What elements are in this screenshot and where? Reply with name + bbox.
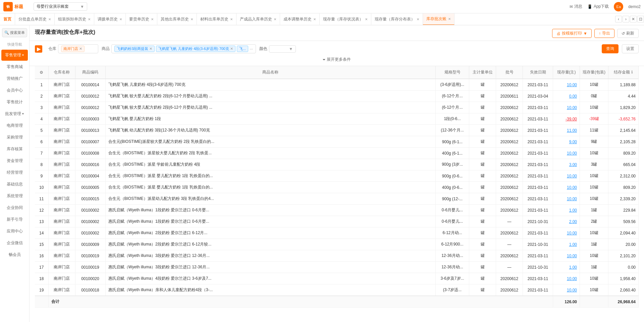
tab-要货单[interactable]: 要货单历史✕: [126, 13, 157, 25]
cell-current-main[interactable]: 10.00: [553, 273, 580, 284]
col-header-current-main: 现存量(主): [553, 66, 580, 79]
app-download-btn[interactable]: 📱 App下载: [587, 4, 609, 9]
tab-next-btn[interactable]: ›: [623, 16, 629, 22]
cell-spec: 1段(0-6...: [436, 113, 469, 125]
warehouse-filter-box[interactable]: 南岸门店 ✕: [58, 44, 98, 53]
cell-warehouse: 南岸门店: [48, 227, 75, 239]
tab-close-其他出库[interactable]: ✕: [191, 17, 193, 21]
tab-home[interactable]: 首页: [0, 13, 15, 25]
footer-label: 合计: [48, 296, 553, 308]
cell-current-main[interactable]: 10.00: [553, 250, 580, 262]
cell-current-main[interactable]: 1.00: [553, 239, 580, 250]
settings-icon[interactable]: ⚙: [40, 70, 43, 75]
cell-current-main[interactable]: 10.00: [553, 227, 580, 239]
balance-info-icon[interactable]: ℹ: [631, 70, 633, 74]
goods-filter-dots[interactable]: ···: [250, 47, 253, 51]
tab-组装拆卸[interactable]: 组装拆卸单历史✕: [55, 13, 94, 25]
tab-close-现存量状况[interactable]: ✕: [365, 17, 368, 21]
tab-close-库存批次[interactable]: ✕: [448, 17, 451, 21]
cell-name: 飞鹤星飞帆 较大婴儿配方奶粉 2段(6-12个月婴幼儿适用) ...: [105, 91, 436, 102]
tab-库存批次[interactable]: 库存批次账✕: [423, 13, 454, 25]
cell-current-main[interactable]: 9.00: [553, 136, 580, 148]
export-btn[interactable]: ↑ 导出: [594, 29, 614, 38]
tab-现存量状况[interactable]: 现存量（库存状况表）✕: [320, 13, 371, 25]
sidebar-item-应用中心[interactable]: 应用中心: [1, 226, 28, 237]
col-header-name: 商品名称: [105, 66, 436, 79]
cell-index: 4: [35, 113, 48, 125]
tab-close-分批盘点[interactable]: ✕: [48, 17, 51, 21]
warehouse-tag-close[interactable]: ✕: [79, 47, 82, 51]
settings-btn[interactable]: 设置: [622, 44, 639, 53]
tab-close-现存量分布[interactable]: ✕: [417, 17, 419, 21]
cell-current-main[interactable]: 3.00: [553, 159, 580, 170]
cell-current-main[interactable]: 10.00: [553, 284, 580, 296]
tab-调拨单[interactable]: 调拨单历史✕: [94, 13, 126, 25]
cell-expire: 2021-03-11: [523, 79, 553, 91]
message-btn[interactable]: ✉ 消息: [570, 4, 582, 9]
cell-current-main[interactable]: 0.00: [553, 91, 580, 102]
tab-其他出库[interactable]: 其他出库单历史✕: [157, 13, 197, 25]
print-btn[interactable]: 🖨 按模板打印 ▼: [552, 29, 592, 38]
tab-restore-btn[interactable]: ⊡: [637, 16, 644, 22]
filter-expand-btn[interactable]: ▶: [35, 45, 42, 53]
sidebar-item-新手引导[interactable]: 新手引导: [1, 214, 28, 225]
sidebar-item-电商管理[interactable]: 电商管理: [1, 120, 28, 131]
cell-current-main[interactable]: 11.00: [553, 125, 580, 136]
cell-current-main[interactable]: 2.00: [553, 216, 580, 227]
cell-expire: 2021-10-31: [523, 262, 553, 273]
refresh-btn[interactable]: ↺ 刷新: [617, 29, 639, 38]
tab-产成品入库[interactable]: 产成品入库单历史✕: [236, 13, 280, 25]
tab-prev-btn[interactable]: ‹: [615, 16, 622, 22]
cell-current-main[interactable]: -39.00: [553, 113, 580, 125]
tab-现存量分布[interactable]: 现存量（库存分布表）✕: [371, 13, 423, 25]
cell-current-main[interactable]: 10.00: [553, 79, 580, 91]
sidebar-item-零售管理[interactable]: 零售管理▼: [1, 50, 28, 61]
cell-expire: 2021-03-11: [523, 136, 553, 148]
expand-conditions-btn[interactable]: 展开更多条件: [323, 57, 351, 62]
cell-current-main[interactable]: 1.00: [553, 262, 580, 273]
quick-nav-label[interactable]: 快捷导航: [0, 40, 29, 49]
tab-close-材料出库[interactable]: ✕: [230, 17, 233, 21]
col-header-batch: 批号: [496, 66, 523, 79]
cell-code: 00100004: [75, 170, 105, 182]
sidebar-item-经营管理[interactable]: 经营管理: [1, 167, 28, 178]
sidebar-item-企业协同[interactable]: 企业协同: [1, 202, 28, 213]
col-header-index: ⚙: [35, 66, 48, 79]
cell-current-main[interactable]: 1.00: [553, 205, 580, 216]
query-btn[interactable]: 查询: [602, 44, 619, 53]
cell-name: 惠氏启赋（Wyeth illuma）2段奶粉 爱尔兰进口 6-12月...: [105, 227, 436, 239]
sidebar-item-批发管理[interactable]: 批发管理▼: [1, 108, 28, 119]
cell-current-main[interactable]: 10.00: [553, 193, 580, 205]
sidebar-item-营销推广[interactable]: 营销推广: [1, 73, 28, 84]
cell-current-main[interactable]: 10.00: [553, 102, 580, 113]
sidebar-item-采购管理[interactable]: 采购管理: [1, 132, 28, 143]
tab-close-组装拆卸[interactable]: ✕: [88, 17, 91, 21]
table-row: 12 南岸门店 00100002 惠氏启赋（Wyeth illuma）1段奶粉 …: [35, 205, 639, 216]
tab-close-成本调整[interactable]: ✕: [313, 17, 316, 21]
cell-name: 惠氏启赋（Wyeth illuma）1段奶粉 爱尔兰进口 0-6月婴...: [105, 205, 436, 216]
tab-成本调整[interactable]: 成本调整单历史✕: [280, 13, 320, 25]
user-avatar[interactable]: Ea: [614, 2, 623, 11]
cell-current-main[interactable]: 10.00: [553, 148, 580, 159]
sidebar-item-会员中心[interactable]: 会员中心: [1, 85, 28, 96]
goods-filter-box[interactable]: 飞鹤奶粉3段两提装 ✕ 飞鹤星飞帆 儿童奶粉 4段(3-6岁适用) 700克 ✕…: [111, 44, 256, 53]
tab-close-调拨单[interactable]: ✕: [119, 17, 122, 21]
sidebar-item-畅会员[interactable]: 畅会员: [1, 249, 28, 260]
tab-close-产成品入库[interactable]: ✕: [274, 17, 276, 21]
sidebar-item-企业微信[interactable]: 企业微信: [1, 237, 28, 249]
tab-close-要货单[interactable]: ✕: [151, 17, 154, 21]
sidebar-item-零售统计[interactable]: 零售统计: [1, 97, 28, 108]
sidebar-item-基础信息[interactable]: 基础信息: [1, 179, 28, 190]
sidebar-item-零售商城[interactable]: 零售商城: [1, 61, 28, 72]
sidebar-item-资金管理[interactable]: 资金管理: [1, 155, 28, 166]
tab-分批盘点[interactable]: 分批盘点单历史✕: [15, 13, 55, 25]
warehouse-selector[interactable]: 母婴行业演示账套 ▼: [34, 2, 87, 11]
tab-close-all-btn[interactable]: ✕: [630, 16, 637, 22]
search-menu-btn[interactable]: 🔍 搜索菜单: [2, 28, 27, 37]
color-filter-box[interactable]: ▼: [269, 45, 296, 53]
tab-材料出库[interactable]: 材料出库单历史✕: [197, 13, 236, 25]
sidebar-item-库存核算[interactable]: 库存核算: [1, 144, 28, 155]
cell-current-main[interactable]: 10.00: [553, 182, 580, 193]
sidebar-item-系统管理[interactable]: 系统管理: [1, 191, 28, 202]
cell-current-main[interactable]: 10.00: [553, 170, 580, 182]
